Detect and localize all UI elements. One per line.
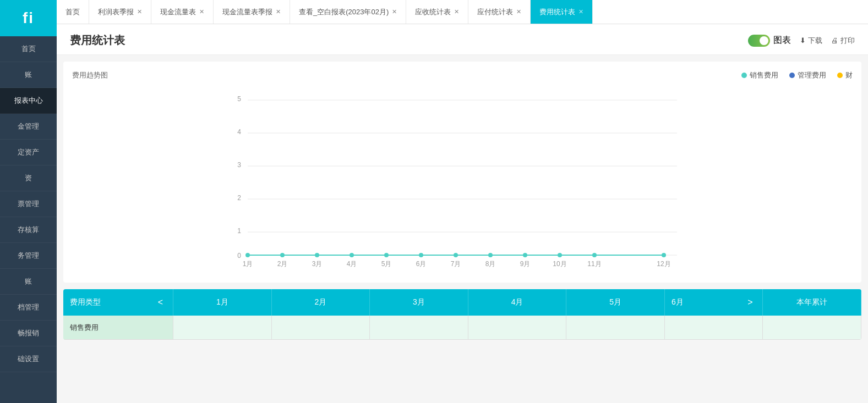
td-sales-m2: [272, 316, 370, 340]
sidebar-item-invoices[interactable]: 票管理: [0, 191, 57, 217]
tab-receivable[interactable]: 应收统计表 ✕: [406, 0, 468, 24]
svg-text:9月: 9月: [520, 260, 531, 268]
nav-prev-button[interactable]: <: [155, 296, 166, 308]
sidebar: fi 首页 账 报表中心 金管理 定资产 资 票管理 存核算 务管理 账 档管理…: [0, 0, 57, 403]
page-actions: 图表 ⬇ 下载 🖨 打印: [748, 35, 855, 47]
svg-text:7月: 7月: [451, 260, 461, 268]
legend-label-sales: 销售费用: [750, 70, 778, 80]
download-button[interactable]: ⬇ 下载: [800, 36, 822, 46]
svg-text:4月: 4月: [347, 260, 357, 268]
page-title: 费用统计表: [70, 33, 125, 48]
sidebar-item-assets[interactable]: 定资产: [0, 140, 57, 165]
content-area: 费用统计表 图表 ⬇ 下载 🖨 打印 费用趋势图: [57, 24, 868, 403]
chart-toggle[interactable]: [748, 35, 770, 47]
close-tab-profit-quarterly[interactable]: ✕: [137, 8, 142, 15]
tab-cashflow[interactable]: 现金流量表 ✕: [151, 0, 214, 24]
svg-point-20: [523, 253, 527, 257]
sidebar-item-expense[interactable]: 畅报销: [0, 321, 57, 346]
legend-label-admin: 管理费用: [798, 70, 826, 80]
svg-text:10月: 10月: [553, 260, 566, 268]
line-chart-svg: 5 4 3 2 1 0: [72, 85, 853, 272]
chart-section: 费用趋势图 销售费用 管理费用 财: [63, 62, 861, 283]
svg-text:5: 5: [237, 95, 241, 103]
svg-point-23: [662, 253, 666, 257]
page-header: 费用统计表 图表 ⬇ 下载 🖨 打印: [57, 24, 868, 55]
svg-text:1: 1: [237, 227, 241, 235]
sidebar-item-capital[interactable]: 资: [0, 165, 57, 191]
close-tab-cashflow[interactable]: ✕: [199, 8, 204, 15]
svg-text:1月: 1月: [243, 260, 253, 268]
close-tab-blank-report[interactable]: ✕: [392, 8, 397, 15]
svg-text:2月: 2月: [277, 260, 288, 268]
table-header-row: 费用类型 < 1月 2月 3月 4月 5月 6月 > 本年累计: [63, 289, 861, 316]
td-sales-m4: [468, 316, 567, 340]
legend-sales: 销售费用: [741, 70, 778, 80]
close-tab-receivable[interactable]: ✕: [454, 8, 459, 15]
chart-wrapper: 5 4 3 2 1 0: [72, 85, 853, 274]
chart-toggle-wrap: 图表: [748, 35, 791, 47]
tab-expense-stats[interactable]: 费用统计表 ✕: [531, 0, 593, 24]
close-tab-payable[interactable]: ✕: [516, 8, 521, 15]
sidebar-logo: fi: [0, 0, 57, 36]
svg-point-13: [280, 253, 285, 257]
svg-point-18: [454, 253, 458, 257]
svg-text:6月: 6月: [416, 260, 427, 268]
svg-text:4: 4: [237, 128, 241, 136]
svg-text:5月: 5月: [381, 260, 392, 268]
svg-point-16: [384, 253, 389, 257]
download-icon: ⬇: [800, 36, 806, 45]
sidebar-item-inventory[interactable]: 存核算: [0, 217, 57, 243]
svg-text:11月: 11月: [587, 260, 601, 268]
legend-dot-sales: [741, 73, 747, 78]
svg-text:3: 3: [237, 161, 241, 169]
table-section: 费用类型 < 1月 2月 3月 4月 5月 6月 > 本年累计 销售费用: [63, 289, 861, 340]
td-type-sales: 销售费用: [63, 316, 173, 340]
svg-text:2: 2: [237, 194, 241, 202]
sidebar-item-settings[interactable]: 础设置: [0, 346, 57, 372]
svg-point-15: [350, 253, 354, 257]
legend-dot-admin: [789, 73, 795, 78]
th-month-2: 2月: [272, 289, 370, 316]
close-tab-cashflow-quarterly[interactable]: ✕: [276, 8, 281, 15]
td-sales-yearly: [763, 316, 861, 340]
tab-blank-report[interactable]: 查看_空白报表(2023年02月) ✕: [290, 0, 406, 24]
print-icon: 🖨: [831, 36, 838, 45]
td-sales-m6: [665, 316, 763, 340]
tab-payable[interactable]: 应付统计表 ✕: [468, 0, 531, 24]
th-month-1: 1月: [173, 289, 272, 316]
close-tab-expense-stats[interactable]: ✕: [578, 8, 583, 15]
tab-cashflow-quarterly[interactable]: 现金流量表季报 ✕: [214, 0, 290, 24]
tab-home[interactable]: 首页: [57, 0, 89, 24]
svg-text:3月: 3月: [312, 260, 323, 268]
chart-toggle-label: 图表: [773, 35, 791, 46]
svg-point-14: [315, 253, 319, 257]
legend-finance: 财: [837, 70, 853, 80]
sidebar-item-cash[interactable]: 金管理: [0, 114, 57, 140]
main-area: 首页 利润表季报 ✕ 现金流量表 ✕ 现金流量表季报 ✕ 查看_空白报表(202…: [57, 0, 868, 403]
svg-text:0: 0: [237, 252, 241, 260]
sidebar-item-ledger[interactable]: 账: [0, 62, 57, 88]
print-button[interactable]: 🖨 打印: [831, 36, 855, 46]
th-month-4: 4月: [468, 289, 567, 316]
svg-point-21: [558, 253, 562, 257]
sidebar-item-service[interactable]: 务管理: [0, 243, 57, 269]
sidebar-item-account[interactable]: 账: [0, 269, 57, 295]
td-sales-m3: [370, 316, 468, 340]
sidebar-item-archive[interactable]: 档管理: [0, 295, 57, 321]
tab-profit-quarterly[interactable]: 利润表季报 ✕: [89, 0, 151, 24]
legend-dot-finance: [837, 73, 843, 78]
svg-point-17: [419, 253, 423, 257]
td-sales-m5: [566, 316, 665, 340]
table-row-sales: 销售费用: [63, 316, 861, 340]
th-yearly: 本年累计: [763, 289, 861, 316]
sidebar-item-home[interactable]: 首页: [0, 36, 57, 62]
th-month-5: 5月: [566, 289, 665, 316]
legend-admin: 管理费用: [789, 70, 826, 80]
nav-next-button[interactable]: >: [744, 296, 756, 308]
td-sales-m1: [173, 316, 272, 340]
sidebar-item-reports[interactable]: 报表中心: [0, 88, 57, 114]
chart-header: 费用趋势图 销售费用 管理费用 财: [72, 70, 853, 80]
th-month-3: 3月: [370, 289, 468, 316]
th-month-6: 6月 >: [665, 289, 763, 316]
th-type: 费用类型 <: [63, 289, 173, 316]
